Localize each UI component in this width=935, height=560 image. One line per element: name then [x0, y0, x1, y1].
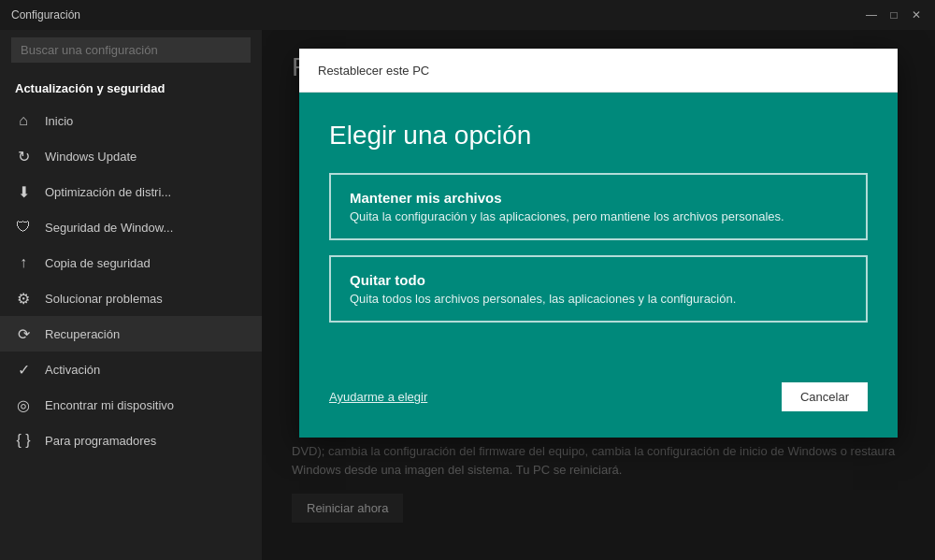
shield-icon: 🛡 — [15, 219, 32, 236]
download-icon: ⬇ — [15, 183, 32, 200]
sidebar-label-recuperacion: Recuperación — [45, 327, 120, 341]
sidebar-label-optimizacion: Optimización de distri... — [45, 185, 171, 199]
maximize-button[interactable]: □ — [886, 7, 901, 22]
sidebar-item-seguridad[interactable]: 🛡 Seguridad de Window... — [0, 209, 262, 245]
developer-icon: { } — [15, 432, 32, 449]
sidebar-item-optimizacion[interactable]: ⬇ Optimización de distri... — [0, 174, 262, 209]
app-title: Configuración — [11, 8, 80, 22]
sidebar: Actualización y seguridad ⌂ Inicio ↻ Win… — [0, 30, 262, 560]
title-bar: Configuración — □ ✕ — [0, 0, 935, 30]
sidebar-label-inicio: Inicio — [45, 114, 73, 128]
main-content: Recuperación DVD); cambia la configuraci… — [262, 30, 935, 560]
dialog-body: Elegir una opción Mantener mis archivos … — [299, 93, 898, 367]
remove-all-option[interactable]: Quitar todo Quita todos los archivos per… — [329, 255, 868, 323]
sidebar-label-encontrar: Encontrar mi dispositivo — [45, 398, 174, 412]
keep-files-desc: Quita la configuración y las aplicacione… — [350, 209, 847, 223]
cancel-button[interactable]: Cancelar — [782, 382, 868, 411]
dialog-header-title: Restablecer este PC — [318, 64, 429, 78]
sidebar-label-windows-update: Windows Update — [45, 150, 137, 164]
sidebar-section-title: Actualización y seguridad — [0, 74, 262, 103]
sidebar-label-copia: Copia de seguridad — [45, 256, 151, 270]
dialog-footer: Ayudarme a elegir Cancelar — [299, 367, 898, 438]
dialog-overlay: Restablecer este PC Elegir una opción Ma… — [262, 30, 935, 560]
sidebar-item-copia[interactable]: ↑ Copia de seguridad — [0, 245, 262, 280]
search-input[interactable] — [11, 37, 251, 63]
search-container[interactable] — [11, 37, 251, 63]
sidebar-item-inicio[interactable]: ⌂ Inicio — [0, 103, 262, 138]
dialog-header: Restablecer este PC — [299, 49, 898, 93]
sidebar-item-activacion[interactable]: ✓ Activación — [0, 352, 262, 387]
sidebar-item-solucionar[interactable]: ⚙ Solucionar problemas — [0, 280, 262, 316]
dialog-choose-title: Elegir una opción — [329, 121, 868, 151]
sidebar-item-programadores[interactable]: { } Para programadores — [0, 423, 262, 458]
sidebar-label-programadores: Para programadores — [45, 434, 156, 448]
find-icon: ◎ — [15, 396, 32, 413]
home-icon: ⌂ — [15, 112, 32, 129]
keep-files-title: Mantener mis archivos — [350, 190, 847, 206]
reset-dialog: Restablecer este PC Elegir una opción Ma… — [299, 49, 898, 438]
sidebar-item-recuperacion[interactable]: ⟳ Recuperación — [0, 316, 262, 352]
window-controls: — □ ✕ — [864, 7, 924, 22]
app-container: Actualización y seguridad ⌂ Inicio ↻ Win… — [0, 30, 935, 560]
keep-files-option[interactable]: Mantener mis archivos Quita la configura… — [329, 173, 868, 240]
minimize-button[interactable]: — — [864, 7, 879, 22]
close-button[interactable]: ✕ — [909, 7, 924, 22]
sidebar-item-windows-update[interactable]: ↻ Windows Update — [0, 138, 262, 174]
remove-all-desc: Quita todos los archivos personales, las… — [350, 292, 847, 306]
sidebar-label-solucionar: Solucionar problemas — [45, 292, 163, 306]
sidebar-item-encontrar[interactable]: ◎ Encontrar mi dispositivo — [0, 387, 262, 423]
activation-icon: ✓ — [15, 361, 32, 378]
sidebar-label-activacion: Activación — [45, 363, 100, 377]
backup-icon: ↑ — [15, 254, 32, 271]
remove-all-title: Quitar todo — [350, 272, 847, 288]
troubleshoot-icon: ⚙ — [15, 290, 32, 307]
recovery-icon: ⟳ — [15, 325, 32, 342]
help-link[interactable]: Ayudarme a elegir — [329, 390, 427, 404]
sidebar-label-seguridad: Seguridad de Window... — [45, 221, 173, 235]
update-icon: ↻ — [15, 148, 32, 165]
